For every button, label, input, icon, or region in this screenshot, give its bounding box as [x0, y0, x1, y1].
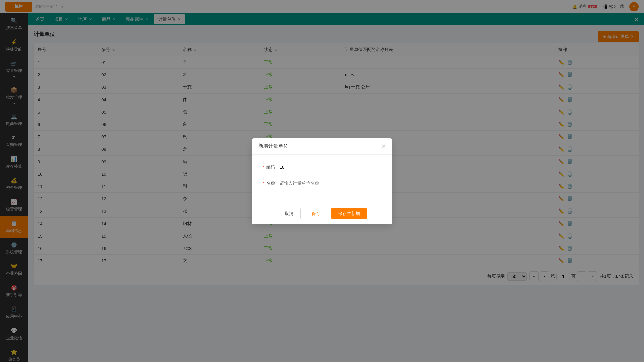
- code-label: * 编码: [258, 164, 275, 170]
- code-row: * 编码: [258, 163, 386, 172]
- modal-overlay: 新增计量单位 ✕ * 编码 * 名称 取消 保存 保存并新增: [0, 0, 644, 362]
- name-label: * 名称: [258, 180, 275, 186]
- modal-close-btn[interactable]: ✕: [381, 143, 386, 149]
- code-input[interactable]: [278, 163, 386, 172]
- name-required-mark: *: [263, 181, 264, 186]
- modal-body: * 编码 * 名称: [252, 155, 392, 203]
- save-button[interactable]: 保存: [305, 208, 327, 219]
- name-input[interactable]: [278, 179, 386, 188]
- modal-header: 新增计量单位 ✕: [252, 138, 392, 155]
- modal-footer: 取消 保存 保存并新增: [252, 203, 392, 224]
- save-and-new-button[interactable]: 保存并新增: [331, 208, 367, 219]
- code-required-mark: *: [263, 165, 264, 170]
- add-unit-modal: 新增计量单位 ✕ * 编码 * 名称 取消 保存 保存并新增: [252, 138, 392, 224]
- cancel-button[interactable]: 取消: [278, 208, 301, 219]
- name-row: * 名称: [258, 179, 386, 188]
- modal-title: 新增计量单位: [258, 143, 288, 149]
